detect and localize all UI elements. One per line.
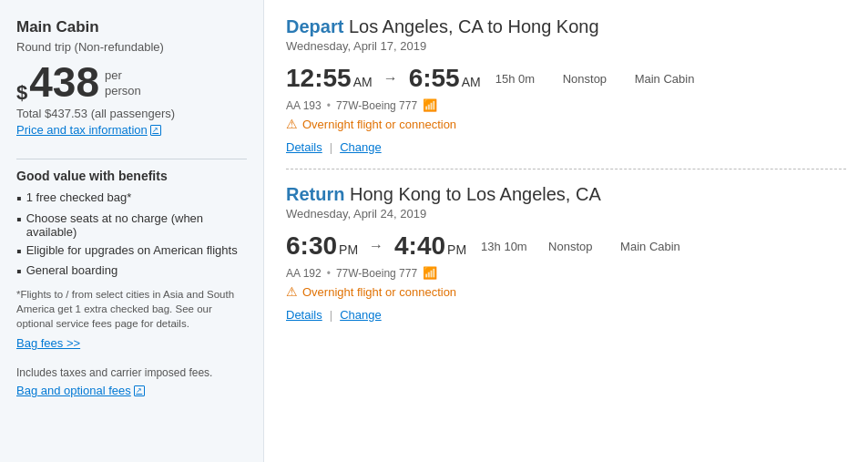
section-divider [286, 169, 846, 169]
arrive-time: 6:55AM [409, 64, 481, 93]
benefit-text: General boarding [26, 263, 117, 277]
change-link[interactable]: Change [340, 140, 382, 154]
return-direction: Return Hong Kong to Los Angeles, CA [286, 184, 846, 205]
details-link[interactable]: Details [286, 140, 322, 154]
depart-flight-section: Depart Los Angeles, CA to Hong Kong Wedn… [286, 16, 846, 154]
flight-duration: 15h 0m [495, 72, 550, 86]
cabin-type: Main Cabin [635, 72, 695, 86]
footnote: *Flights to / from select cities in Asia… [16, 287, 247, 331]
benefit-item: ▪ Choose seats at no charge (when availa… [16, 211, 247, 239]
benefit-item: ▪ Eligible for upgrades on American flig… [16, 243, 247, 260]
return-nonstop-label: Nonstop [548, 240, 608, 253]
flight-code: AA 193 [286, 99, 322, 112]
benefit-item: ▪ General boarding [16, 263, 247, 280]
bullet-icon: ▪ [16, 243, 22, 260]
benefit-text: Choose seats at no charge (when availabl… [26, 211, 247, 239]
warning-icon: ⚠ [286, 117, 298, 131]
pipe-separator: | [330, 140, 332, 154]
nonstop-label: Nonstop [563, 72, 622, 86]
arrow-icon: → [369, 238, 383, 254]
price-amount: 438 [29, 61, 99, 103]
includes-text: Includes taxes and carrier imposed fees. [16, 366, 247, 379]
price-dollar-sign: $ [16, 83, 27, 103]
return-times-row: 6:30PM → 4:40PM 13h 10m Nonstop Main Cab… [286, 231, 846, 261]
return-flight-info: AA 192 • 77W-Boeing 777 📶 [286, 266, 846, 280]
depart-time: 12:55AM [286, 64, 373, 93]
depart-flight-header: Depart Los Angeles, CA to Hong Kong Wedn… [286, 16, 846, 53]
return-links-row: Details | Change [286, 308, 846, 322]
bullet-icon: ▪ [16, 263, 22, 280]
direction-word-return: Return [286, 184, 344, 204]
warning-icon: ⚠ [286, 284, 298, 299]
return-flight-duration: 13h 10m [481, 240, 536, 253]
return-depart-time: 6:30PM [286, 231, 358, 261]
price-tax-link[interactable]: Price and tax information ↗ [16, 123, 161, 137]
wifi-icon: 📶 [423, 98, 437, 112]
external-link-icon: ↗ [134, 385, 145, 396]
bag-optional-link[interactable]: Bag and optional fees ↗ [16, 384, 145, 397]
depart-times-row: 12:55AM → 6:55AM 15h 0m Nonstop Main Cab… [286, 64, 846, 93]
pipe-separator: | [330, 308, 332, 322]
return-aircraft-type: 77W-Boeing 777 [336, 267, 417, 280]
return-date: Wednesday, April 24, 2019 [286, 207, 846, 221]
overnight-text: Overnight flight or connection [302, 118, 456, 131]
direction-word-depart: Depart [286, 16, 343, 36]
right-panel: Depart Los Angeles, CA to Hong Kong Wedn… [264, 0, 868, 462]
dot-separator: • [327, 267, 331, 280]
price-per-person: perperson [105, 68, 141, 103]
depart-direction: Depart Los Angeles, CA to Hong Kong [286, 16, 846, 37]
arrow-icon: → [383, 70, 398, 87]
bullet-icon: ▪ [16, 190, 22, 207]
return-route: Hong Kong to Los Angeles, CA [350, 184, 601, 204]
wifi-icon: 📶 [423, 266, 437, 280]
depart-links-row: Details | Change [286, 140, 846, 154]
return-cabin-type: Main Cabin [620, 240, 680, 253]
return-change-link[interactable]: Change [340, 308, 382, 322]
cabin-title: Main Cabin [16, 18, 247, 36]
return-flight-header: Return Hong Kong to Los Angeles, CA Wedn… [286, 184, 846, 221]
benefit-text: Eligible for upgrades on American flight… [26, 243, 238, 257]
return-flight-section: Return Hong Kong to Los Angeles, CA Wedn… [286, 184, 846, 322]
trip-type: Round trip (Non-refundable) [16, 40, 247, 54]
return-details-link[interactable]: Details [286, 308, 322, 322]
depart-date: Wednesday, April 17, 2019 [286, 39, 846, 53]
price-row: $ 438 perperson [16, 61, 247, 103]
benefits-title: Good value with benefits [16, 169, 247, 183]
divider [16, 159, 247, 159]
aircraft-type: 77W-Boeing 777 [336, 99, 417, 112]
overnight-row: ⚠ Overnight flight or connection [286, 117, 846, 131]
benefit-text: 1 free checked bag* [26, 190, 132, 204]
left-panel: Main Cabin Round trip (Non-refundable) $… [0, 0, 264, 462]
total-price: Total $437.53 (all passengers) [16, 107, 247, 120]
benefit-item: ▪ 1 free checked bag* [16, 190, 247, 207]
external-link-icon: ↗ [150, 125, 161, 136]
return-flight-code: AA 192 [286, 267, 322, 280]
return-overnight-row: ⚠ Overnight flight or connection [286, 284, 846, 299]
return-overnight-text: Overnight flight or connection [302, 285, 456, 299]
bag-fees-link[interactable]: Bag fees >> [16, 336, 247, 350]
dot-separator: • [327, 99, 331, 112]
depart-flight-info: AA 193 • 77W-Boeing 777 📶 [286, 98, 846, 112]
depart-route: Los Angeles, CA to Hong Kong [349, 16, 599, 36]
return-arrive-time: 4:40PM [394, 231, 466, 261]
bullet-icon: ▪ [16, 211, 22, 228]
